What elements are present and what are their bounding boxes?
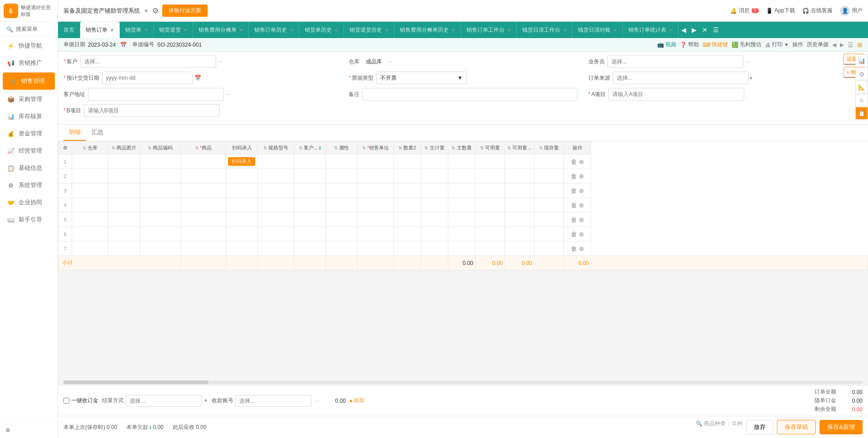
tab-sales-expense[interactable]: 销售费用分摊单 ✕	[193, 22, 249, 38]
tab-close-icon[interactable]: ✕	[507, 28, 511, 33]
tab-close-icon[interactable]: ✕	[613, 28, 617, 33]
row-main-qty-2[interactable]	[448, 169, 475, 183]
collection-account-input[interactable]	[235, 395, 311, 407]
history-btn[interactable]: 历史单据	[807, 41, 829, 48]
shortcut-btn[interactable]: ⌨ 快捷键	[703, 41, 728, 48]
tab-detail[interactable]: 明细	[63, 125, 86, 141]
row-attr-2[interactable]	[326, 169, 358, 183]
row-main-unit-2[interactable]	[421, 169, 448, 183]
sidebar-item-finance[interactable]: 💰 资金管理	[0, 125, 58, 142]
order-source-input[interactable]	[613, 72, 749, 84]
invoice-type-select[interactable]: 不开票 ▼	[376, 72, 467, 84]
row-qty2-1[interactable]	[394, 154, 421, 169]
view-btn[interactable]: 📺 视频	[657, 41, 676, 48]
tabs-close-btn[interactable]: ✕	[699, 22, 710, 38]
rfp-btn-2[interactable]: ⊙	[855, 67, 868, 80]
row-goods-1[interactable]	[181, 154, 226, 169]
online-support-item[interactable]: 🎧 在线客服	[802, 7, 833, 14]
customer-address-input[interactable]	[88, 88, 224, 101]
sidebar-item-basic-info[interactable]: 📋 基础信息	[0, 159, 58, 177]
row-copy-btn-6[interactable]: ⊕	[579, 231, 584, 238]
toolbar-nav-next-icon[interactable]: ▶	[840, 42, 844, 48]
tabs-next-btn[interactable]: ▶	[689, 22, 699, 38]
print-btn[interactable]: 🖨 打印 ▼	[765, 41, 789, 48]
row-copy-btn-5[interactable]: ⊕	[579, 216, 584, 223]
tab-expense-history[interactable]: 销售费用分摊单历史 ✕	[394, 22, 461, 38]
customer-dots-icon[interactable]: ···	[218, 58, 223, 65]
tab-close-icon[interactable]: ✕	[385, 28, 388, 33]
row-code-2[interactable]	[140, 169, 181, 183]
row-warehouse-1[interactable]	[72, 154, 108, 169]
tab-daily-reconcile[interactable]: 钱货日清对账 ✕	[572, 22, 623, 38]
save-draft-button[interactable]: 保存草稿	[777, 420, 816, 434]
sidebar-item-enterprise[interactable]: 🤝 企业协同	[0, 194, 58, 211]
salesperson-dots-icon[interactable]: ···	[745, 58, 750, 65]
row-copy-btn-3[interactable]: ⊕	[579, 187, 584, 194]
rfp-btn-5[interactable]: 📋	[855, 107, 868, 120]
tab-close-icon[interactable]: ✕	[184, 28, 187, 33]
toolbar-list-icon[interactable]: ☰	[848, 41, 853, 48]
tab-close-icon[interactable]: ✕	[110, 28, 114, 33]
tab-sales-invoice[interactable]: 销货单 ✕	[120, 22, 154, 38]
row-delete-btn-6[interactable]: 🗑	[571, 231, 577, 238]
tab-sales-order-history[interactable]: 销售订单历史 ✕	[249, 22, 299, 38]
row-delete-btn-7[interactable]: 🗑	[571, 245, 577, 252]
account-dots-icon[interactable]: ···	[315, 398, 320, 404]
warehouse-dots-icon[interactable]: ···	[388, 58, 392, 65]
tab-sales-stats[interactable]: 销售订单统计表 ✕	[623, 22, 679, 38]
row-attr-1[interactable]	[326, 154, 358, 169]
tab-sales-return[interactable]: 销货退货 ✕	[154, 22, 193, 38]
row-copy-btn-7[interactable]: ⊕	[579, 245, 584, 252]
sidebar-item-system[interactable]: ⚙ 系统管理	[0, 177, 58, 194]
tab-daily-workbench[interactable]: 钱货日清工作台 ✕	[517, 22, 572, 38]
tab-close-icon[interactable]: ✕	[290, 28, 293, 33]
horizontal-scrollbar[interactable]	[58, 380, 868, 385]
tab-order-workbench[interactable]: 销售订单工作台 ✕	[461, 22, 517, 38]
row-copy-btn-2[interactable]: ⊕	[579, 173, 584, 180]
quick-collect-checkbox-item[interactable]: 一键收订金	[63, 397, 98, 404]
row-main-qty-1[interactable]	[448, 154, 475, 169]
row-goods-2[interactable]	[181, 169, 226, 183]
row-customer-code-2[interactable]	[294, 169, 326, 183]
tab-summary[interactable]: 汇总	[86, 125, 109, 141]
calendar2-icon[interactable]: 📅	[194, 75, 201, 81]
notifications-item[interactable]: 🔔 消息 9	[730, 7, 759, 14]
row-spec-1[interactable]	[258, 154, 294, 169]
row-unit-2[interactable]	[358, 169, 394, 183]
tab-sales-order[interactable]: 销售订单 ✕	[80, 22, 120, 38]
help-btn[interactable]: ❓ 帮助	[680, 41, 699, 48]
sidebar-item-quick-nav[interactable]: ⚡ 快捷导航	[0, 37, 58, 54]
rfp-btn-3[interactable]: 📐	[855, 81, 868, 93]
rfp-btn-1[interactable]: 📊	[855, 54, 868, 67]
a-project-input[interactable]	[608, 88, 744, 101]
user-avatar-item[interactable]: 👤 用户	[840, 6, 863, 16]
row-delete-btn-3[interactable]: 🗑	[571, 187, 577, 194]
tabs-prev-btn[interactable]: ◀	[679, 22, 689, 38]
profit-btn[interactable]: 💹 毛利预估	[732, 41, 761, 48]
sidebar-item-sales[interactable]: 🛒 销售管理	[3, 72, 55, 90]
customer-input[interactable]	[80, 55, 216, 68]
add-collect-btn[interactable]: ● 添加	[349, 397, 364, 404]
row-qty2-2[interactable]	[394, 169, 421, 183]
app-download-item[interactable]: 📱 App下载	[766, 7, 795, 14]
tab-return-history[interactable]: 销货退货历史 ✕	[344, 22, 394, 38]
scrollbar-thumb[interactable]	[63, 380, 209, 384]
tab-close-icon[interactable]: ✕	[335, 28, 338, 33]
row-code-1[interactable]	[140, 154, 181, 169]
row-copy-btn-1[interactable]: ⊕	[579, 158, 584, 165]
tab-close-icon[interactable]: ✕	[451, 28, 455, 33]
sidebar-item-inventory[interactable]: 📊 库存核算	[0, 108, 58, 125]
tab-home[interactable]: 首页	[58, 22, 80, 38]
rfp-btn-4[interactable]: ☆	[855, 94, 868, 106]
sidebar-item-operations[interactable]: 📈 经营管理	[0, 142, 58, 159]
payment-method-input[interactable]	[126, 395, 202, 407]
row-warehouse-2[interactable]	[72, 169, 108, 183]
address-dots-icon[interactable]: ···	[226, 91, 230, 97]
tabs-menu-btn[interactable]: ☰	[710, 22, 722, 38]
header-gear-icon[interactable]: ⚙	[152, 6, 159, 15]
sidebar-settings-btn[interactable]: ⚙	[0, 423, 58, 438]
discard-button[interactable]: 放弃	[746, 420, 773, 434]
row-main-unit-1[interactable]	[421, 154, 448, 169]
tab-invoice-history[interactable]: 销货单历史 ✕	[299, 22, 344, 38]
industry-plan-button[interactable]: 体验行业方案	[162, 5, 208, 17]
